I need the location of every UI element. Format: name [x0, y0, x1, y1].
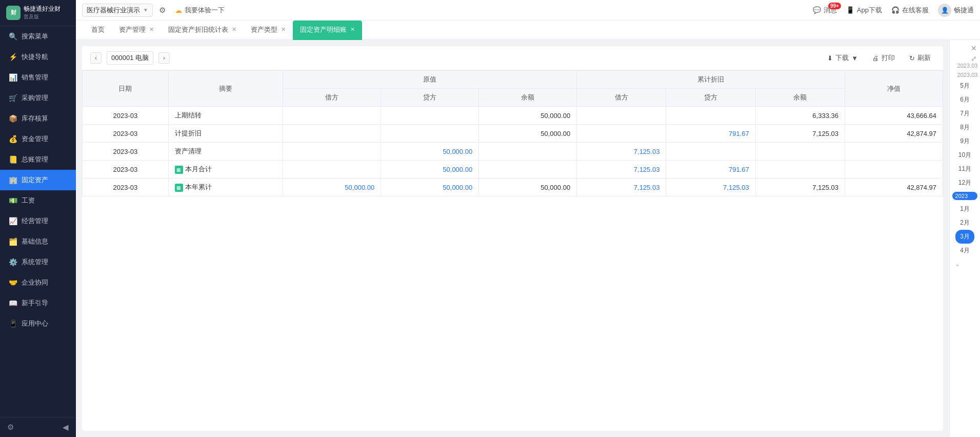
refresh-button[interactable]: ↻ 刷新 [905, 51, 935, 65]
sidebar-item-operation[interactable]: 📈经营管理 [0, 211, 76, 231]
col-orig-debit: 借方 [283, 89, 381, 107]
timeline-month-4月[interactable]: 4月 [952, 244, 978, 257]
experience-label: 我要体验一下 [185, 6, 225, 15]
tab-close-asset-type[interactable]: ✕ [281, 26, 286, 33]
tab-label-home: 首页 [91, 25, 105, 34]
timeline-top-date: 2023.03 [952, 72, 978, 78]
sidebar-label-salary: 工资 [22, 196, 35, 205]
sidebar-item-enterprise[interactable]: 🤝企业协同 [0, 272, 76, 293]
sidebar-item-capital[interactable]: 💰资金管理 [0, 129, 76, 149]
app-download-button[interactable]: 📱 App下载 [846, 6, 882, 15]
timeline-month[interactable]: 12月 [952, 176, 978, 190]
sidebar-item-fixedasset[interactable]: 🏢固定资产 [0, 170, 76, 190]
sidebar: 财 畅捷通好业财 普及版 🔍搜索菜单⚡快捷导航📊销售管理🛒采购管理📦库存核算💰资… [0, 0, 76, 437]
cell-orig-credit [381, 125, 479, 143]
next-asset-button[interactable]: › [158, 52, 170, 64]
online-support-button[interactable]: 🎧 在线客服 [891, 6, 929, 15]
sidebar-item-sales[interactable]: 📊销售管理 [0, 67, 76, 88]
timeline-month[interactable]: 7月 [952, 107, 978, 121]
col-acc-credit: 贷方 [666, 89, 755, 107]
timeline-month-1月[interactable]: 1月 [952, 202, 978, 216]
sidebar-item-inventory[interactable]: 📦库存核算 [0, 108, 76, 129]
cell-acc-credit: 791.67 [666, 125, 755, 143]
tab-asset-type[interactable]: 资产类型✕ [244, 21, 293, 40]
timeline-month[interactable]: 6月 [952, 93, 978, 107]
table-row: 2023-03 计提折旧 50,000.00 791.67 7,125.03 4… [83, 125, 943, 143]
col-orig-balance: 余额 [479, 89, 577, 107]
messages-button[interactable]: 💬 消息 99+ [813, 6, 837, 15]
purchase-icon: 🛒 [8, 93, 17, 103]
company-settings-icon[interactable]: ⚙ [159, 6, 166, 15]
timeline-month-3月[interactable]: 3月 [955, 230, 975, 244]
cell-orig-balance: 50,000.00 [479, 178, 577, 196]
cell-orig-debit [283, 143, 381, 161]
timeline-month[interactable]: 9月 [952, 134, 978, 148]
support-icon: 🎧 [891, 6, 899, 14]
sidebar-label-baseinfo: 基础信息 [22, 237, 48, 246]
tab-label-asset-detail: 固定资产明细账 [300, 25, 347, 34]
tab-close-asset-detail[interactable]: ✕ [350, 26, 355, 33]
sidebar-item-appcenter[interactable]: 📱应用中心 [0, 313, 76, 334]
download-icon: ⬇ [827, 54, 833, 62]
tab-label-asset-type: 资产类型 [251, 25, 277, 34]
download-button[interactable]: ⬇ 下载 ▼ [823, 51, 862, 65]
sidebar-item-sysadmin[interactable]: ⚙️系统管理 [0, 252, 76, 272]
sidebar-item-baseinfo[interactable]: 🗂️基础信息 [0, 231, 76, 252]
tab-label-depreciation-table: 固定资产折旧统计表 [168, 25, 228, 34]
enterprise-icon: 🤝 [8, 278, 17, 287]
tab-asset-detail[interactable]: 固定资产明细账✕ [293, 21, 362, 40]
asset-toolbar: ‹ 000001 电脑 › ⬇ 下载 ▼ 🖨 打印 ↻ 刷新 [82, 46, 943, 70]
cell-acc-balance [755, 161, 845, 178]
messages-badge: 99+ [828, 3, 841, 9]
company-selector[interactable]: 医疗器械行业演示 ▼ [82, 4, 153, 17]
tab-close-depreciation-table[interactable]: ✕ [232, 26, 236, 33]
timeline-month[interactable]: 11月 [952, 162, 978, 176]
timeline-month[interactable]: 8月 [952, 121, 978, 134]
cell-orig-balance [479, 161, 577, 178]
settings-icon[interactable]: ⚙ [7, 423, 14, 432]
sidebar-item-quicknav[interactable]: ⚡快捷导航 [0, 47, 76, 67]
table-row: 2023-03 资产清理 50,000.00 7,125.03 [83, 143, 943, 161]
user-button[interactable]: 👤 畅捷通 [938, 4, 974, 17]
toolbar-right: ⬇ 下载 ▼ 🖨 打印 ↻ 刷新 [823, 51, 935, 65]
col-date: 日期 [83, 71, 169, 107]
experience-button[interactable]: ☁ 我要体验一下 [175, 6, 225, 15]
quicknav-icon: ⚡ [8, 52, 17, 62]
topbar: 医疗器械行业演示 ▼ ⚙ ☁ 我要体验一下 💬 消息 99+ 📱 App下载 🎧… [76, 0, 980, 21]
sidebar-item-purchase[interactable]: 🛒采购管理 [0, 88, 76, 108]
timeline-month[interactable]: 5月 [952, 79, 978, 93]
prev-asset-button[interactable]: ‹ [90, 52, 102, 64]
tab-depreciation-table[interactable]: 固定资产折旧统计表✕ [161, 21, 244, 40]
tab-home[interactable]: 首页 [84, 21, 112, 40]
timeline-month-2月[interactable]: 2月 [952, 216, 978, 230]
cell-summary: 计提折旧 [168, 125, 283, 143]
sidebar-label-operation: 经营管理 [22, 216, 48, 226]
collapse-icon[interactable]: ◀ [63, 423, 69, 432]
refresh-label: 刷新 [917, 53, 931, 63]
sidebar-label-capital: 资金管理 [22, 134, 48, 144]
cell-acc-credit [666, 143, 755, 161]
timeline-month[interactable]: 10月 [952, 148, 978, 162]
cell-orig-balance: 50,000.00 [479, 125, 577, 143]
ledger-icon: 📒 [8, 155, 17, 164]
timeline-close-icon[interactable]: ✕ [971, 44, 977, 52]
logo-sub: 普及版 [24, 13, 61, 21]
print-button[interactable]: 🖨 打印 [868, 51, 899, 65]
salary-icon: 💵 [8, 196, 17, 205]
tab-close-asset-mgmt[interactable]: ✕ [149, 26, 154, 33]
sidebar-item-ledger[interactable]: 📒总账管理 [0, 149, 76, 170]
page-main: ‹ 000001 电脑 › ⬇ 下载 ▼ 🖨 打印 ↻ 刷新 [82, 46, 943, 431]
tab-asset-mgmt[interactable]: 资产管理✕ [112, 21, 161, 40]
col-summary: 摘要 [168, 71, 283, 107]
timeline-expand-icon[interactable]: ⤢ [971, 54, 977, 63]
cell-acc-credit [666, 107, 755, 125]
company-dropdown-icon: ▼ [143, 7, 148, 13]
download-dropdown-icon: ▼ [851, 54, 858, 62]
download-icon: 📱 [846, 6, 854, 14]
sidebar-item-search[interactable]: 🔍搜索菜单 [0, 26, 76, 47]
sidebar-item-salary[interactable]: 💵工资 [0, 190, 76, 211]
logo-text: 畅捷通好业财 [24, 5, 61, 13]
timeline-scroll-down[interactable]: ⌄ [952, 257, 978, 270]
sidebar-item-guide[interactable]: 📖新手引导 [0, 293, 76, 313]
sidebar-nav: 🔍搜索菜单⚡快捷导航📊销售管理🛒采购管理📦库存核算💰资金管理📒总账管理🏢固定资产… [0, 26, 76, 417]
